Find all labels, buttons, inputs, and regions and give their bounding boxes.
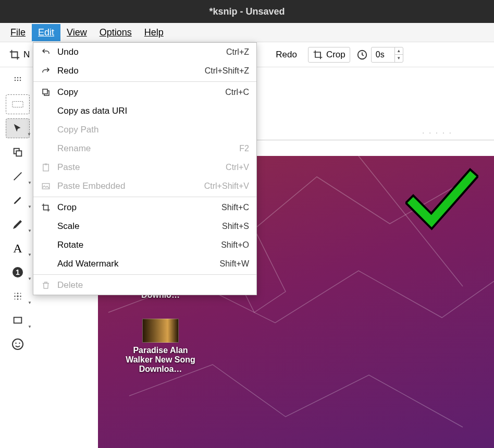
tool-line[interactable]: ▼	[6, 166, 30, 186]
file-label: Paradise Alan Walker New Song Downloa…	[119, 346, 202, 374]
menu-item-paste: Paste Ctrl+V	[33, 158, 256, 177]
crop-icon	[9, 49, 20, 60]
svg-point-4	[15, 80, 16, 81]
tool-number[interactable]: 1 ▼	[6, 262, 30, 282]
spinner-arrows[interactable]: ▲ ▼	[394, 47, 403, 62]
tool-text[interactable]: A ▼	[6, 238, 30, 258]
menu-label: Paste Embedded	[57, 181, 198, 191]
tool-drag-handle[interactable]	[6, 70, 30, 90]
menu-file[interactable]: File	[4, 24, 32, 41]
svg-rect-29	[43, 164, 49, 171]
window-title: *ksnip - Unsaved	[209, 6, 285, 17]
window-titlebar: *ksnip - Unsaved	[0, 0, 494, 23]
delay-value: 0s	[372, 50, 394, 59]
svg-point-19	[17, 298, 19, 300]
svg-point-14	[20, 293, 21, 294]
chevron-down-icon: ▼	[28, 276, 32, 281]
svg-point-3	[20, 77, 21, 79]
crop-icon	[313, 50, 323, 60]
tool-pen[interactable]: ▼	[6, 190, 30, 210]
svg-rect-28	[43, 89, 47, 94]
menu-label: Copy as data URI	[57, 106, 249, 116]
menu-item-delete: Delete	[33, 276, 256, 295]
menu-label: Crop	[57, 202, 215, 213]
paste-icon	[41, 163, 51, 172]
tool-crop-select[interactable]	[6, 94, 30, 114]
menu-label: Copy Path	[57, 125, 249, 135]
menu-label: Rename	[57, 143, 233, 154]
menu-item-scale[interactable]: Scale Shift+S	[33, 217, 256, 236]
checkmark-annotation[interactable]	[405, 166, 478, 234]
new-capture-button[interactable]: N	[4, 46, 34, 63]
tool-select[interactable]: ▼	[6, 118, 30, 138]
chevron-down-icon: ▼	[28, 180, 32, 185]
chevron-down-icon: ▼	[28, 324, 32, 329]
svg-rect-9	[16, 151, 21, 156]
menu-item-copy-uri[interactable]: Copy as data URI	[33, 102, 256, 120]
redo-label: Redo	[276, 50, 297, 60]
menu-edit[interactable]: Edit	[32, 24, 60, 41]
menu-label: Add Watermark	[57, 259, 214, 269]
menu-help[interactable]: Help	[138, 24, 170, 41]
menu-shortcut: Shift+C	[221, 203, 249, 212]
menu-label: Rotate	[57, 240, 215, 250]
svg-point-13	[17, 293, 19, 294]
tool-marker[interactable]: ▼	[6, 214, 30, 234]
menu-label: Copy	[57, 87, 219, 98]
desktop-file-2[interactable]: Paradise Alan Walker New Song Downloa…	[119, 319, 202, 374]
svg-point-16	[17, 295, 19, 297]
menu-shortcut: Shift+W	[220, 259, 249, 269]
clock-icon	[356, 49, 368, 60]
svg-point-22	[13, 339, 23, 349]
svg-rect-21	[14, 318, 22, 323]
menu-item-rotate[interactable]: Rotate Shift+O	[33, 236, 256, 255]
crop-label: Crop	[326, 50, 345, 60]
menu-label: Undo	[57, 47, 220, 57]
menu-shortcut: Ctrl+V	[226, 163, 249, 172]
menu-item-crop[interactable]: Crop Shift+C	[33, 198, 256, 217]
menu-shortcut: Shift+S	[222, 222, 249, 231]
crop-button[interactable]: Crop	[308, 47, 350, 63]
chevron-up-icon[interactable]: ▲	[395, 47, 403, 55]
tool-blur[interactable]: ▼	[6, 286, 30, 306]
svg-point-23	[15, 343, 16, 344]
svg-point-20	[20, 299, 21, 300]
tool-sticker[interactable]	[6, 334, 30, 354]
menu-options[interactable]: Options	[93, 24, 138, 41]
trash-icon	[41, 281, 51, 290]
menu-item-undo[interactable]: Undo Ctrl+Z	[33, 43, 256, 62]
tool-duplicate[interactable]	[6, 142, 30, 162]
svg-point-24	[19, 343, 20, 344]
menu-view[interactable]: View	[60, 24, 93, 41]
tool-rectangle[interactable]: ▼	[6, 310, 30, 330]
tool-palette: ▼ ▼ ▼ ▼ A ▼ 1 ▼ ▼ ▼	[0, 67, 35, 448]
svg-rect-7	[13, 102, 23, 107]
redo-button[interactable]: Redo	[271, 47, 302, 63]
menu-label: Scale	[57, 221, 216, 232]
crop-icon	[41, 203, 51, 212]
file-thumbnail	[142, 319, 179, 343]
chevron-down-icon: ▼	[28, 252, 32, 257]
menu-item-watermark[interactable]: Add Watermark Shift+W	[33, 255, 256, 273]
menu-shortcut: Ctrl+Z	[226, 47, 249, 57]
svg-point-1	[15, 77, 16, 79]
svg-point-2	[17, 77, 19, 79]
text-icon: A	[13, 241, 22, 256]
menu-item-copy[interactable]: Copy Ctrl+C	[33, 83, 256, 102]
chevron-down-icon: ▼	[28, 300, 32, 305]
copy-icon	[41, 88, 51, 97]
chevron-down-icon: ▼	[28, 204, 32, 209]
undo-icon	[41, 47, 51, 57]
edit-menu-dropdown: Undo Ctrl+Z Redo Ctrl+Shift+Z Copy Ctrl+…	[33, 42, 257, 295]
menu-label: Redo	[57, 66, 199, 76]
delay-spinner[interactable]: 0s ▲ ▼	[371, 47, 403, 63]
image-icon	[41, 181, 51, 191]
svg-rect-30	[45, 164, 47, 165]
chevron-down-icon[interactable]: ▼	[395, 55, 403, 62]
menu-item-paste-embedded: Paste Embedded Ctrl+Shift+V	[33, 177, 256, 196]
chevron-down-icon: ▼	[28, 228, 32, 233]
menu-shortcut: Ctrl+C	[225, 88, 249, 97]
svg-point-5	[17, 80, 19, 81]
menu-shortcut: Shift+O	[221, 240, 249, 250]
menu-item-redo[interactable]: Redo Ctrl+Shift+Z	[33, 62, 256, 80]
